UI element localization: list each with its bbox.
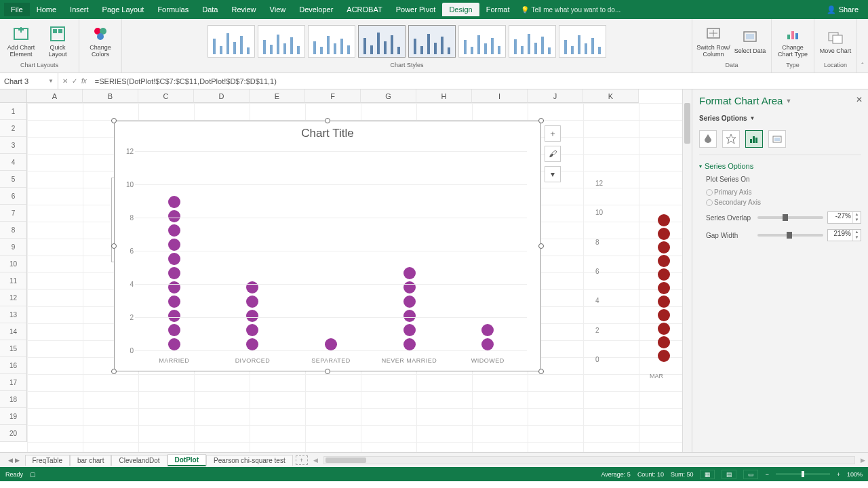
data-point[interactable]: [403, 338, 416, 350]
data-point[interactable]: [168, 281, 180, 293]
row-header[interactable]: 7: [0, 205, 27, 222]
sheet-tab-barchart[interactable]: bar chart: [70, 455, 111, 466]
quick-layout-button[interactable]: Quick Layout: [41, 21, 75, 62]
zoom-out-button[interactable]: −: [765, 471, 768, 478]
close-pane-button[interactable]: ✕: [856, 95, 863, 104]
tab-acrobat[interactable]: ACROBAT: [340, 3, 389, 16]
data-point[interactable]: [168, 253, 180, 265]
tab-power-pivot[interactable]: Power Pivot: [389, 3, 443, 16]
chart-style-3[interactable]: [308, 25, 355, 58]
gap-width-input[interactable]: 219%▲▼: [827, 229, 861, 241]
tab-file[interactable]: File: [4, 3, 30, 16]
resize-handle[interactable]: [325, 118, 330, 123]
change-colors-button[interactable]: Change Colors: [83, 21, 117, 62]
data-point[interactable]: [168, 338, 180, 350]
row-header[interactable]: 13: [0, 306, 27, 323]
col-header[interactable]: H: [416, 89, 472, 103]
page-layout-view-button[interactable]: ▤: [722, 470, 736, 479]
sheet-tab-pearson[interactable]: Pearson chi-square test: [206, 455, 293, 466]
data-point[interactable]: [658, 282, 670, 294]
data-point[interactable]: [658, 350, 670, 362]
row-header[interactable]: 10: [0, 256, 27, 272]
fx-icon[interactable]: fx: [81, 77, 87, 85]
row-header[interactable]: 9: [0, 239, 27, 256]
data-point[interactable]: [658, 323, 670, 335]
new-sheet-button[interactable]: +: [296, 455, 308, 465]
sheet-tab-clevelanddot[interactable]: ClevelandDot: [111, 455, 167, 466]
series-overlap-input[interactable]: -27%▲▼: [827, 211, 861, 224]
data-point[interactable]: [403, 267, 416, 279]
resize-handle[interactable]: [325, 369, 330, 374]
data-point[interactable]: [168, 296, 180, 308]
select-all-corner[interactable]: [0, 89, 27, 103]
data-point[interactable]: [168, 196, 180, 208]
row-header[interactable]: 19: [0, 408, 27, 425]
scrollbar-thumb[interactable]: [326, 458, 366, 463]
chart-styles-button[interactable]: 🖌: [545, 146, 561, 162]
data-point[interactable]: [168, 210, 180, 222]
col-header[interactable]: I: [472, 89, 528, 103]
add-chart-element-button[interactable]: Add Chart Element: [4, 21, 38, 62]
worksheet-grid[interactable]: A B C D E F G H I J K 123456789101112131…: [0, 89, 692, 452]
row-header[interactable]: 15: [0, 340, 27, 357]
resize-handle[interactable]: [538, 369, 544, 374]
data-point[interactable]: [246, 296, 258, 308]
data-point[interactable]: [168, 267, 180, 279]
primary-axis-radio[interactable]: Primary Axis: [699, 187, 861, 197]
tab-insert[interactable]: Insert: [63, 3, 96, 16]
data-point[interactable]: [658, 309, 670, 321]
tab-data[interactable]: Data: [195, 3, 224, 16]
row-header[interactable]: 2: [0, 120, 27, 137]
chart-title[interactable]: Chart Title: [115, 121, 540, 143]
cancel-formula-icon[interactable]: ✕: [62, 77, 68, 85]
tab-design[interactable]: Design: [442, 3, 479, 16]
gap-width-slider[interactable]: [757, 234, 823, 237]
col-header[interactable]: B: [83, 89, 138, 103]
col-header[interactable]: K: [583, 89, 639, 103]
col-header[interactable]: C: [138, 89, 194, 103]
tab-formulas[interactable]: Formulas: [151, 3, 195, 16]
row-header[interactable]: 3: [0, 137, 27, 154]
row-header[interactable]: 6: [0, 188, 27, 205]
data-point[interactable]: [168, 239, 180, 251]
zoom-in-button[interactable]: +: [837, 471, 840, 478]
size-properties-tab[interactable]: [768, 130, 786, 148]
data-point[interactable]: [658, 268, 670, 281]
chart-style-8[interactable]: [559, 25, 606, 58]
col-header[interactable]: F: [305, 89, 361, 103]
row-headers[interactable]: 1234567891011121314151617181920: [0, 103, 27, 442]
sheet-tab-dotplot[interactable]: DotPlot: [167, 454, 207, 466]
secondary-axis-radio[interactable]: Secondary Axis: [699, 197, 861, 207]
resize-handle[interactable]: [538, 118, 544, 123]
row-header[interactable]: 1: [0, 103, 27, 120]
series-options-tab[interactable]: [745, 130, 763, 148]
y-axis[interactable]: 024681012: [119, 151, 135, 350]
plot-area[interactable]: 024681012 MARRIEDDIVORCEDSEPARATEDNEVER …: [135, 151, 527, 350]
chart-style-4[interactable]: [358, 25, 406, 58]
data-point[interactable]: [246, 281, 258, 293]
data-point[interactable]: [325, 338, 337, 350]
data-point[interactable]: [403, 310, 416, 322]
col-header[interactable]: G: [361, 89, 416, 103]
data-point[interactable]: [403, 281, 416, 293]
data-point[interactable]: [658, 255, 670, 267]
row-header[interactable]: 11: [0, 272, 27, 289]
row-header[interactable]: 18: [0, 391, 27, 408]
row-header[interactable]: 14: [0, 323, 27, 340]
series-options-dropdown[interactable]: Series Options▼: [699, 113, 861, 127]
data-point[interactable]: [246, 310, 258, 322]
data-point[interactable]: [658, 214, 670, 226]
data-point[interactable]: [658, 228, 670, 240]
resize-handle[interactable]: [111, 243, 117, 249]
tab-view[interactable]: View: [263, 3, 293, 16]
data-point[interactable]: [246, 338, 258, 350]
zoom-slider[interactable]: [776, 473, 830, 475]
data-point[interactable]: [658, 241, 670, 253]
data-point[interactable]: [481, 324, 494, 336]
fill-line-tab[interactable]: [699, 130, 717, 148]
data-point[interactable]: [168, 324, 180, 336]
data-point[interactable]: [658, 296, 670, 308]
move-chart-button[interactable]: Move Chart: [818, 21, 852, 62]
chart-style-gallery[interactable]: [208, 20, 606, 62]
tab-format[interactable]: Format: [479, 3, 517, 16]
